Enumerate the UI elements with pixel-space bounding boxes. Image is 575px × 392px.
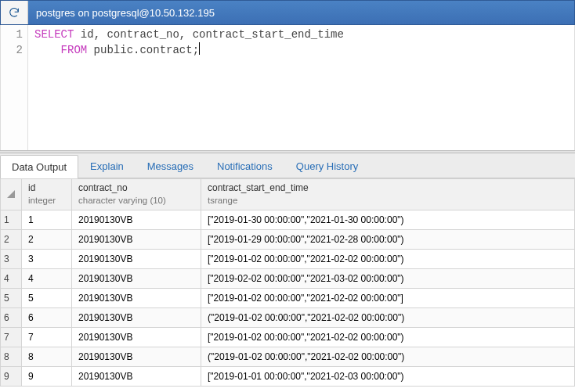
code-area[interactable]: SELECT id, contract_no, contract_start_e… (28, 25, 574, 150)
row-number[interactable]: 8 (1, 347, 22, 366)
cell-id[interactable]: 8 (22, 347, 72, 366)
tab-data-output[interactable]: Data Output (0, 155, 78, 178)
cell-id[interactable]: 5 (22, 288, 72, 307)
cell-contract-no[interactable]: 20190130VB (72, 288, 201, 307)
line-number: 1 (1, 27, 23, 42)
connection-header: postgres on postgresql@10.50.132.195 (0, 0, 575, 25)
row-number[interactable]: 5 (1, 288, 22, 307)
cell-id[interactable]: 7 (22, 327, 72, 347)
cell-contract-no[interactable]: 20190130VB (72, 229, 201, 249)
cell-contract-no[interactable]: 20190130VB (72, 249, 201, 268)
cell-contract-no[interactable]: 20190130VB (72, 347, 201, 366)
table-row[interactable]: 1120190130VB["2019-01-30 00:00:00","2021… (1, 210, 575, 229)
column-header-contract_no[interactable]: contract_nocharacter varying (10) (72, 179, 201, 210)
table-row[interactable]: 8820190130VB("2019-01-02 00:00:00","2021… (1, 347, 575, 366)
row-number[interactable]: 1 (1, 210, 22, 229)
cell-tsrange[interactable]: ["2019-01-02 00:00:00","2021-02-02 00:00… (201, 288, 575, 307)
cell-tsrange[interactable]: ["2019-01-02 00:00:00","2021-02-02 00:00… (201, 249, 575, 268)
column-header-id[interactable]: idinteger (22, 179, 72, 210)
text-cursor (199, 42, 200, 55)
cell-id[interactable]: 4 (22, 268, 72, 288)
result-table: idintegercontract_nocharacter varying (1… (0, 178, 575, 387)
row-number[interactable]: 7 (1, 327, 22, 347)
table-row[interactable]: 7720190130VB["2019-01-02 00:00:00","2021… (1, 327, 575, 347)
column-header-contract_start_end_time[interactable]: contract_start_end_timetsrange (201, 179, 575, 210)
sql-editor[interactable]: 12 SELECT id, contract_no, contract_star… (0, 25, 575, 150)
cell-tsrange[interactable]: ["2019-02-02 00:00:00","2021-03-02 00:00… (201, 268, 575, 288)
connection-title: postgres on postgresql@10.50.132.195 (28, 1, 574, 24)
cell-contract-no[interactable]: 20190130VB (72, 307, 201, 327)
row-number[interactable]: 3 (1, 249, 22, 268)
cell-contract-no[interactable]: 20190130VB (72, 268, 201, 288)
cell-tsrange[interactable]: ["2019-01-29 00:00:00","2021-02-28 00:00… (201, 229, 575, 249)
tab-query-history[interactable]: Query History (284, 154, 370, 178)
table-row[interactable]: 3320190130VB["2019-01-02 00:00:00","2021… (1, 249, 575, 268)
row-number[interactable]: 6 (1, 307, 22, 327)
cell-id[interactable]: 1 (22, 210, 72, 229)
cell-id[interactable]: 6 (22, 307, 72, 327)
cell-contract-no[interactable]: 20190130VB (72, 327, 201, 347)
refresh-icon-cell[interactable] (1, 1, 28, 24)
table-row[interactable]: 9920190130VB["2019-01-01 00:00:00","2021… (1, 366, 575, 386)
cell-tsrange[interactable]: ("2019-01-02 00:00:00","2021-02-02 00:00… (201, 347, 575, 366)
refresh-icon (8, 6, 20, 19)
cell-id[interactable]: 3 (22, 249, 72, 268)
cell-contract-no[interactable]: 20190130VB (72, 366, 201, 386)
tab-explain[interactable]: Explain (78, 154, 136, 178)
tab-notifications[interactable]: Notifications (205, 154, 284, 178)
table-row[interactable]: 6620190130VB("2019-01-02 00:00:00","2021… (1, 307, 575, 327)
cell-tsrange[interactable]: ["2019-01-01 00:00:00","2021-02-03 00:00… (201, 366, 575, 386)
cell-tsrange[interactable]: ["2019-01-02 00:00:00","2021-02-02 00:00… (201, 327, 575, 347)
cell-tsrange[interactable]: ["2019-01-30 00:00:00","2021-01-30 00:00… (201, 210, 575, 229)
line-number: 2 (1, 42, 23, 58)
line-gutter: 12 (1, 25, 28, 150)
row-number[interactable]: 9 (1, 366, 22, 386)
cell-id[interactable]: 2 (22, 229, 72, 249)
cell-tsrange[interactable]: ("2019-01-02 00:00:00","2021-02-02 00:00… (201, 307, 575, 327)
result-tbody: 1120190130VB["2019-01-30 00:00:00","2021… (1, 210, 575, 386)
cell-contract-no[interactable]: 20190130VB (72, 210, 201, 229)
cell-id[interactable]: 9 (22, 366, 72, 386)
row-number[interactable]: 2 (1, 229, 22, 249)
select-all-corner[interactable] (1, 179, 22, 210)
tab-messages[interactable]: Messages (136, 154, 205, 178)
row-number[interactable]: 4 (1, 268, 22, 288)
result-tabs: Data OutputExplainMessagesNotificationsQ… (0, 153, 575, 178)
table-row[interactable]: 2220190130VB["2019-01-29 00:00:00","2021… (1, 229, 575, 249)
table-row[interactable]: 5520190130VB["2019-01-02 00:00:00","2021… (1, 288, 575, 307)
table-row[interactable]: 4420190130VB["2019-02-02 00:00:00","2021… (1, 268, 575, 288)
